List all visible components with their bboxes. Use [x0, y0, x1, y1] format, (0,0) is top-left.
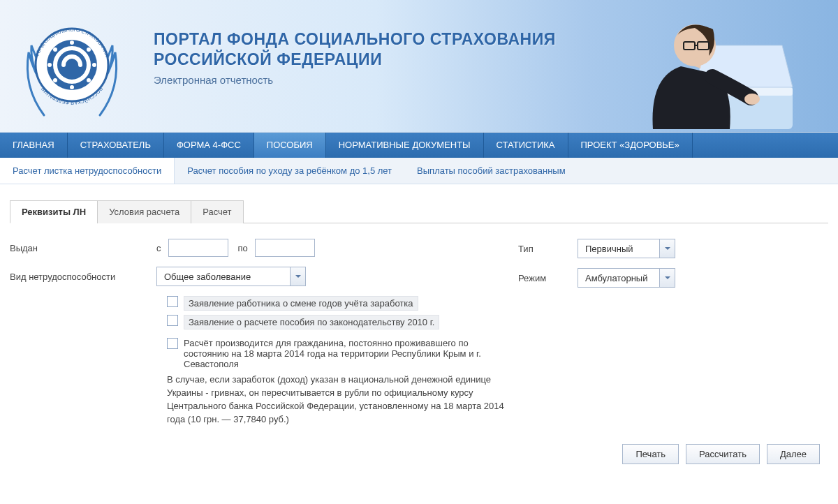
header-title-line2: РОССИЙСКОЙ ФЕДЕРАЦИИ	[154, 50, 382, 68]
kind-select[interactable]: Общее заболевание	[156, 267, 306, 286]
next-button[interactable]: Далее	[767, 444, 820, 464]
issued-from-input[interactable]	[168, 239, 228, 257]
currency-note: В случае, если заработок (доход) указан …	[167, 373, 513, 426]
svg-point-8	[47, 63, 52, 67]
hero-image	[590, 7, 800, 133]
nav-item-documents[interactable]: НОРМАТИВНЫЕ ДОКУМЕНТЫ	[326, 133, 484, 158]
header-title-line1: ПОРТАЛ ФОНДА СОЦИАЛЬНОГО СТРАХОВАНИЯ	[154, 30, 556, 48]
tab-details[interactable]: Реквизиты ЛН	[10, 200, 98, 223]
svg-point-9	[53, 47, 57, 52]
svg-point-6	[70, 85, 74, 89]
nav-item-project-health[interactable]: ПРОЕКТ «ЗДОРОВЬЕ»	[568, 133, 693, 158]
kind-select-value: Общее заболевание	[157, 272, 290, 282]
issued-to-input[interactable]	[255, 239, 315, 257]
svg-point-2	[70, 40, 74, 45]
nav-item-insurer[interactable]: СТРАХОВАТЕЛЬ	[68, 133, 164, 158]
main-nav: ГЛАВНАЯ СТРАХОВАТЕЛЬ ФОРМА 4-ФСС ПОСОБИЯ…	[0, 133, 838, 158]
print-button[interactable]: Печать	[622, 444, 679, 464]
svg-point-4	[92, 63, 96, 67]
chevron-down-icon[interactable]	[290, 267, 305, 286]
type-select[interactable]: Первичный	[578, 239, 675, 258]
nav-item-statistics[interactable]: СТАТИСТИКА	[484, 133, 568, 158]
from-label: с	[156, 243, 161, 253]
checkbox-crimea[interactable]	[167, 338, 178, 349]
to-label: по	[238, 243, 248, 253]
kind-label: Вид нетрудоспособности	[10, 272, 156, 282]
checkbox-year-change-label: Заявление работника о смене годов учёта …	[184, 296, 418, 311]
checkbox-year-change[interactable]	[167, 296, 178, 307]
header-banner: ФОНД СОЦИАЛЬНОГО СТРАХОВАНИЯ РОССИЙСКАЯ …	[0, 0, 838, 133]
tab-calculation[interactable]: Расчет	[191, 200, 243, 223]
tabstrip: Реквизиты ЛН Условия расчета Расчет	[10, 200, 828, 223]
checkbox-law2010-label: Заявление о расчете пособия по законодат…	[184, 315, 439, 329]
nav-item-home[interactable]: ГЛАВНАЯ	[0, 133, 68, 158]
svg-point-3	[87, 47, 91, 52]
type-select-value: Первичный	[578, 244, 659, 254]
svg-point-7	[53, 78, 57, 82]
subnav-item-childcare-calc[interactable]: Расчет пособия по уходу за ребёнком до 1…	[175, 158, 404, 184]
chevron-down-icon[interactable]	[659, 239, 675, 258]
logo: ФОНД СОЦИАЛЬНОГО СТРАХОВАНИЯ РОССИЙСКАЯ …	[13, 7, 131, 126]
mode-select[interactable]: Амбулаторный	[578, 268, 675, 288]
chevron-down-icon[interactable]	[659, 269, 675, 287]
issued-label: Выдан	[10, 243, 156, 253]
nav-item-form4[interactable]: ФОРМА 4-ФСС	[164, 133, 254, 158]
svg-point-5	[87, 78, 91, 82]
sub-nav: Расчет листка нетрудоспособности Расчет …	[0, 158, 838, 184]
nav-item-benefits[interactable]: ПОСОБИЯ	[254, 133, 326, 158]
svg-point-18	[744, 94, 760, 105]
checkbox-law2010[interactable]	[167, 315, 178, 326]
footer-buttons: Печать Рассчитать Далее	[10, 426, 828, 470]
mode-select-value: Амбулаторный	[578, 273, 659, 283]
calculate-button[interactable]: Рассчитать	[686, 444, 760, 464]
subnav-item-payments[interactable]: Выплаты пособий застрахованным	[404, 158, 578, 184]
mode-label: Режим	[518, 273, 578, 283]
tab-conditions[interactable]: Условия расчета	[97, 200, 191, 223]
header-subtitle: Электронная отчетность	[154, 74, 622, 86]
content-area: Реквизиты ЛН Условия расчета Расчет Выда…	[0, 184, 838, 482]
type-label: Тип	[518, 244, 578, 254]
checkbox-crimea-label: Расчёт производится для гражданина, пост…	[184, 338, 513, 369]
subnav-item-sickleave-calc[interactable]: Расчет листка нетрудоспособности	[0, 158, 175, 184]
header-title-block: ПОРТАЛ ФОНДА СОЦИАЛЬНОГО СТРАХОВАНИЯ РОС…	[154, 29, 622, 86]
